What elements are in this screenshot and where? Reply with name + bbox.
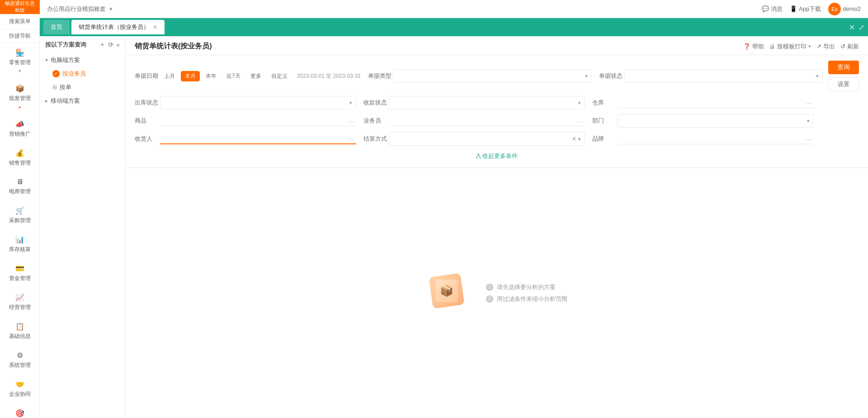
sidebar-item-newbie[interactable]: 🎯 新手引导 bbox=[0, 404, 39, 418]
sidebar-item-ecommerce[interactable]: 🖥 电商管理 bbox=[0, 172, 39, 201]
filter-department-item: 部门 ▾ bbox=[592, 114, 814, 128]
help-label: 帮助 bbox=[752, 43, 764, 51]
date-btn-last-month[interactable]: 上月 bbox=[160, 71, 179, 81]
empty-state: 📦 1 请先选择要分析的方案 2 用过滤条件来缩小分 bbox=[126, 168, 868, 418]
export-btn[interactable]: ↗ 导出 bbox=[816, 43, 835, 51]
filter-settlement-item: 结算方式 ✕ ▾ bbox=[363, 132, 585, 146]
date-btn-more[interactable]: 更多 bbox=[246, 71, 265, 81]
docstatus-dropdown[interactable]: ▾ bbox=[624, 69, 823, 83]
warehouse-dots-icon[interactable]: … bbox=[803, 98, 814, 106]
refresh-scheme-icon[interactable]: ⟳ bbox=[108, 41, 113, 48]
empty-content: 📦 1 请先选择要分析的方案 2 用过滤条件来缩小分 bbox=[426, 271, 567, 316]
tab-close-window-icon[interactable]: ✕ bbox=[849, 23, 855, 32]
company-dropdown-icon[interactable]: ▾ bbox=[109, 5, 113, 12]
tree-expand-icon: ▾ bbox=[45, 57, 48, 63]
date-btn-this-month[interactable]: 本月 bbox=[181, 71, 200, 81]
tab-home[interactable]: 首页 bbox=[43, 20, 70, 34]
ecommerce-label: 电商管理 bbox=[9, 188, 31, 195]
date-btn-this-year[interactable]: 本年 bbox=[202, 71, 221, 81]
system-icon: ⚙ bbox=[17, 351, 23, 360]
tab-close-icon[interactable]: ✕ bbox=[153, 24, 157, 30]
filter-row-3: 商品 … 业务员 … bbox=[135, 114, 859, 128]
tab-report[interactable]: 销货单统计表（按业务员） ✕ bbox=[71, 20, 165, 34]
refresh-btn[interactable]: ↺ 刷新 bbox=[840, 43, 859, 51]
sales-label: 销售管理 bbox=[9, 159, 31, 167]
department-dropdown[interactable]: ▾ bbox=[618, 114, 814, 128]
doctype-dropdown[interactable]: ▾ bbox=[393, 69, 592, 83]
filter-row-1: 单据日期 上月 本月 本年 近7天 更多 自定义 2023-03-01 至 20… bbox=[135, 61, 859, 91]
empty-tips: 1 请先选择要分析的方案 2 用过滤条件来缩小分析范围 bbox=[486, 283, 567, 303]
sidebar-item-finance[interactable]: 💳 资金管理 bbox=[0, 259, 39, 288]
sidebar-item-purchase[interactable]: 🛒 采购管理 bbox=[0, 201, 39, 230]
empty-tip-2: 2 用过滤条件来缩小分析范围 bbox=[486, 295, 567, 303]
settlement-dropdown[interactable]: ✕ ▾ bbox=[389, 132, 585, 146]
sidebar-item-inventory[interactable]: 📊 库存核算 bbox=[0, 230, 39, 259]
enterprise-label: 企业协同 bbox=[9, 390, 31, 398]
collapse-panel-icon[interactable]: « bbox=[116, 41, 120, 48]
tip-num-2: 2 bbox=[486, 295, 493, 303]
goods-dots-icon[interactable]: … bbox=[345, 116, 356, 124]
top-header: 办公用品行业模拟账套 ▾ 💬 消息 📱 App下载 Ea demo2 bbox=[40, 0, 868, 18]
retail-expand-icon: ▾ bbox=[19, 68, 21, 73]
content-area: 按以下方案查询 ＋ ⟳ « ▾ 电脑端方案 ✓ 按业务员 bbox=[40, 36, 868, 418]
brand-dots-icon[interactable]: … bbox=[803, 134, 814, 142]
inventory-icon: 📊 bbox=[15, 235, 24, 244]
tree-item-by-order[interactable]: ⊞ 按单 bbox=[40, 81, 125, 94]
doctype-label: 单据类型 bbox=[368, 72, 393, 80]
settlement-clear-icon[interactable]: ✕ bbox=[572, 136, 576, 142]
app-download-btn[interactable]: 📱 App下载 bbox=[790, 5, 821, 13]
system-label: 系统管理 bbox=[9, 361, 31, 369]
collapse-conditions-btn[interactable]: ⋀ 收起更多条件 bbox=[135, 150, 859, 162]
tab-bar-actions: ✕ ⤢ bbox=[849, 23, 864, 32]
sidebar-item-marketing[interactable]: 📣 营销推广 bbox=[0, 114, 39, 143]
tip-num-1: 1 bbox=[486, 284, 493, 291]
receiver-dots-icon[interactable]: … bbox=[345, 133, 356, 142]
sidebar-search-menu[interactable]: 搜索菜单 bbox=[0, 14, 39, 29]
collapse-icon: ⋀ bbox=[476, 152, 481, 159]
sidebar-item-sales[interactable]: 💰 销售管理 bbox=[0, 143, 39, 172]
date-group: 上月 本月 本年 近7天 更多 自定义 2023-03-01 至 2023-03… bbox=[160, 71, 361, 81]
sidebar-logo: 畅捷通好生意 标版 bbox=[0, 0, 40, 14]
user-avatar: Ea bbox=[828, 3, 841, 15]
query-button[interactable]: 查询 bbox=[828, 61, 859, 74]
template-print-btn[interactable]: 🖨 按模板打印 ▾ bbox=[769, 43, 811, 51]
left-panel-header: 按以下方案查询 ＋ ⟳ « bbox=[40, 36, 125, 52]
wholesale-icon: 📦 bbox=[15, 84, 24, 93]
marketing-label: 营销推广 bbox=[9, 130, 31, 138]
sidebar-item-retail[interactable]: 🏪 零售管理 ▾ bbox=[0, 43, 39, 79]
sidebar-item-system[interactable]: ⚙ 系统管理 bbox=[0, 346, 39, 375]
storagestatus-dropdown[interactable]: ▾ bbox=[160, 96, 356, 109]
date-btn-last-7[interactable]: 近7天 bbox=[222, 71, 245, 81]
add-scheme-icon[interactable]: ＋ bbox=[99, 41, 105, 49]
tab-maximize-icon[interactable]: ⤢ bbox=[859, 23, 864, 32]
tree-item-salesperson[interactable]: ✓ 按业务员 bbox=[40, 67, 125, 81]
docstatus-control: ▾ bbox=[624, 69, 823, 83]
user-menu-btn[interactable]: Ea demo2 bbox=[828, 3, 861, 15]
message-btn[interactable]: 💬 消息 bbox=[762, 5, 783, 13]
tree-item-mobile[interactable]: ▸ 移动端方案 bbox=[40, 94, 125, 108]
retail-icon: 🏪 bbox=[15, 48, 24, 57]
empty-icon: 📦 bbox=[426, 271, 472, 316]
sidebar-item-basic[interactable]: 📋 基础信息 bbox=[0, 317, 39, 346]
settings-button[interactable]: 设置 bbox=[828, 77, 859, 91]
tree-item-pc[interactable]: ▾ 电脑端方案 bbox=[40, 53, 125, 67]
sidebar-item-enterprise[interactable]: 🤝 企业协同 bbox=[0, 375, 39, 404]
help-btn[interactable]: ❓ 帮助 bbox=[743, 43, 764, 51]
sidebar-quick-nav[interactable]: 快捷导航 bbox=[0, 29, 39, 43]
purchase-icon: 🛒 bbox=[15, 206, 24, 215]
wholesale-label: 批发管理 bbox=[9, 95, 31, 102]
sidebar-item-wholesale[interactable]: 📦 批发管理 ▴ bbox=[0, 79, 39, 114]
tab-bar: 首页 销货单统计表（按业务员） ✕ ✕ ⤢ bbox=[40, 18, 868, 36]
sidebar-item-operations[interactable]: 📈 经营管理 bbox=[0, 288, 39, 317]
date-btn-custom[interactable]: 自定义 bbox=[267, 71, 292, 81]
filter-row-2: 出库状态 ▾ 收款状态 ▾ bbox=[135, 96, 859, 109]
filter-receiver-item: 收货人 … bbox=[135, 133, 356, 144]
page-actions: ❓ 帮助 🖨 按模板打印 ▾ ↗ 导出 ↺ 刷新 bbox=[743, 43, 859, 51]
paymentstatus-dropdown[interactable]: ▾ bbox=[389, 96, 585, 109]
paymentstatus-chevron-icon: ▾ bbox=[578, 100, 581, 106]
department-chevron-icon: ▾ bbox=[807, 118, 810, 124]
storagestatus-chevron-icon: ▾ bbox=[349, 100, 352, 106]
salesperson-dots-icon[interactable]: … bbox=[574, 116, 585, 124]
tree-mobile-expand-icon: ▸ bbox=[45, 98, 48, 104]
goods-label: 商品 bbox=[135, 117, 160, 125]
